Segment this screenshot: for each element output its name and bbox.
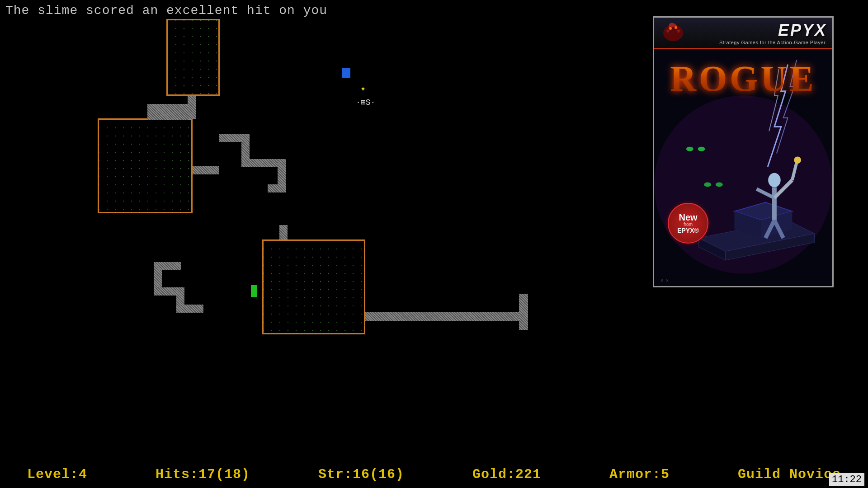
- cover-main-art: ROGUE New from EPYX® ⚔ ⚔: [654, 49, 832, 287]
- svg-point-21: [704, 183, 711, 187]
- status-bar: Level:4 Hits:17(18) Str:16(16) Gold:221 …: [0, 461, 868, 488]
- level-stat: Level:4: [27, 467, 87, 482]
- class-stat: Guild Novice: [738, 467, 841, 482]
- time-display: 11:22: [829, 473, 864, 486]
- room-floor: [168, 20, 218, 94]
- epyx-logo-text: EPYX: [778, 21, 827, 40]
- corridor-4: [219, 134, 241, 142]
- corridor-5: [241, 134, 250, 159]
- room-floor: [264, 241, 364, 333]
- svg-point-1: [669, 27, 672, 30]
- green-item: [251, 285, 257, 297]
- svg-text:⚔ ⚔: ⚔ ⚔: [660, 278, 669, 283]
- game-map: ✦ ·⊞S·: [0, 0, 416, 343]
- corridor-16: [279, 225, 288, 239]
- gold-stat: Gold:221: [472, 467, 541, 482]
- room-bottom-right: [262, 239, 365, 334]
- room-floor: [99, 120, 191, 212]
- room-top: ✦ ·⊞S·: [166, 19, 220, 96]
- corridor-8: [268, 184, 286, 192]
- rogue-title: ROGUE: [654, 58, 832, 99]
- cover-footer-icons: ⚔ ⚔: [660, 272, 678, 285]
- badge-brand-text: EPYX®: [677, 227, 699, 234]
- svg-point-22: [716, 183, 723, 187]
- room-middle-left: [98, 118, 193, 213]
- game-cover: EPYX Strategy Games for the Action-Game …: [653, 16, 834, 287]
- epyx-tagline: Strategy Games for the Action-Game Playe…: [719, 40, 827, 45]
- corridor-15: [176, 305, 203, 313]
- epyx-dino-icon: [660, 20, 687, 46]
- badge-new-text: New: [679, 213, 697, 222]
- svg-point-18: [794, 156, 801, 164]
- svg-point-2: [675, 26, 677, 29]
- new-from-epyx-badge: New from EPYX®: [668, 203, 708, 244]
- corridor-14: [176, 287, 184, 305]
- cover-header: EPYX Strategy Games for the Action-Game …: [654, 18, 832, 49]
- corridor-3: [193, 166, 219, 174]
- corridor-7: [278, 159, 286, 184]
- player-character: [342, 68, 350, 78]
- corridor-9: [365, 312, 519, 321]
- atari-icon: ⚔ ⚔: [660, 272, 678, 285]
- armor-stat: Armor:5: [609, 467, 670, 482]
- svg-point-11: [768, 173, 781, 188]
- sun-symbol: ✦: [360, 83, 366, 94]
- hits-stat: Hits:17(18): [156, 467, 250, 482]
- corridor-11: [154, 262, 181, 270]
- badge-from-text: from: [684, 222, 693, 227]
- str-stat: Str:16(16): [318, 467, 404, 482]
- corridor-6: [241, 159, 278, 167]
- corridor-10: [519, 294, 528, 330]
- cs-symbol: ·⊞S·: [356, 97, 375, 107]
- epyx-logo-area: EPYX Strategy Games for the Action-Game …: [691, 21, 827, 45]
- svg-point-20: [698, 147, 705, 151]
- corridor-12: [154, 270, 162, 288]
- corridor-1: [188, 96, 196, 119]
- corridor-2: [147, 104, 188, 120]
- svg-point-0: [663, 25, 683, 41]
- svg-point-19: [686, 147, 693, 151]
- corridor-13: [154, 287, 176, 296]
